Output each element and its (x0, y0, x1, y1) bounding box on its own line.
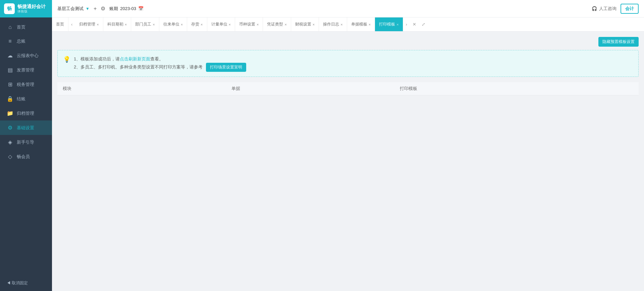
service-button[interactable]: 🎧 人工咨询 (592, 6, 616, 12)
col-header-module: 模块 (57, 82, 226, 95)
tab-close-archive-mgmt[interactable]: × (97, 22, 99, 27)
tab-close-currency[interactable]: × (257, 22, 259, 27)
company-name: 基层工会测试 (57, 6, 84, 12)
tab-print-template[interactable]: 打印模板 × (375, 17, 403, 31)
period-value: 2023-03 (120, 6, 136, 11)
sidebar-item-member[interactable]: ◇ 畅会员 (0, 149, 52, 164)
col-header-template: 打印模板 (394, 82, 639, 95)
settings-icon: ⚙ (7, 125, 13, 131)
content-wrapper: 模块 单据 打印模板 (57, 82, 639, 95)
sidebar-label-general-ledger: 总账 (17, 38, 25, 44)
archive-icon: 📁 (7, 110, 13, 116)
tab-subject-init[interactable]: 科目期初 × (103, 17, 131, 31)
tab-currency[interactable]: 币种设置 × (235, 17, 263, 31)
sidebar-logo: 畅 畅捷通好会计 体验版 (0, 0, 52, 17)
sidebar-item-archive[interactable]: 📁 归档管理 (0, 106, 52, 120)
sidebar-item-home[interactable]: ⌂ 首页 (0, 20, 52, 34)
tab-supplier[interactable]: 往来单位 × (159, 17, 187, 31)
info-line2: 2、多员工、多打印机、多种业务类型设置不同打印方案等，请参考 (74, 64, 203, 69)
tab-nav-next[interactable]: › (403, 17, 410, 31)
info-line1-link[interactable]: 点击刷新新页面 (120, 56, 150, 61)
topbar-company[interactable]: 基层工会测试 ▼ (57, 6, 90, 12)
company-dropdown-icon: ▼ (86, 6, 90, 11)
sidebar-unpin[interactable]: ◀ 取消固定 (0, 275, 52, 291)
sidebar-label-tax: 税务管理 (17, 82, 34, 88)
tab-voucher-type[interactable]: 凭证类型 × (263, 17, 291, 31)
tab-nav-prev[interactable]: ‹ (68, 17, 75, 31)
service-label: 人工咨询 (599, 6, 616, 12)
tab-close-dept-staff[interactable]: × (153, 22, 155, 27)
tabbar: 首页 ‹ 归档管理 × 科目期初 × 部门员工 × 往来单位 × 存货 × 计量… (52, 17, 644, 32)
info-text: 1、模板添加成功后，请点击刷新新页面查看。 2、多员工、多打印机、多种业务类型设… (74, 55, 633, 72)
tab-close-print-template[interactable]: × (396, 22, 398, 27)
tab-inventory[interactable]: 存货 × (187, 17, 207, 31)
home-icon: ⌂ (7, 24, 13, 30)
sidebar-item-tax[interactable]: ⊞ 税务管理 (0, 77, 52, 92)
user-button[interactable]: 会计 (621, 4, 639, 14)
add-company-button[interactable]: + (94, 6, 97, 12)
tab-close-unit[interactable]: × (229, 22, 231, 27)
tab-single-template[interactable]: 单据模板 × (347, 17, 375, 31)
sidebar-item-basic-settings[interactable]: ⚙ 基础设置 (0, 120, 52, 135)
tab-unit[interactable]: 计量单位 × (207, 17, 235, 31)
info-line1-before: 1、模板添加成功后，请 (74, 56, 120, 61)
sidebar-label-reports: 云报表中心 (17, 53, 39, 59)
tab-close-subject-init[interactable]: × (125, 22, 127, 27)
tab-home[interactable]: 首页 (52, 17, 68, 31)
company-settings-icon[interactable]: ⚙ (101, 5, 105, 12)
sidebar-label-archive: 归档管理 (17, 110, 34, 116)
print-template-table: 模块 单据 打印模板 (57, 82, 639, 95)
sidebar-item-closing[interactable]: 🔒 结账 (0, 92, 52, 106)
tab-close-voucher-type[interactable]: × (284, 22, 286, 27)
tab-close-tax-settings[interactable]: × (313, 22, 315, 27)
tab-close-single-template[interactable]: × (369, 22, 371, 27)
sidebar-item-guide[interactable]: ◈ 新手引导 (0, 135, 52, 149)
sidebar-item-general-ledger[interactable]: ≡ 总账 (0, 34, 52, 48)
period-label: 账期 (109, 6, 118, 12)
info-line1-after: 查看。 (150, 56, 163, 61)
guide-icon: ◈ (7, 139, 13, 145)
lock-icon: 🔒 (7, 96, 13, 102)
tab-close-op-log[interactable]: × (340, 22, 342, 27)
tab-close-all-button[interactable]: ✕ (410, 17, 419, 31)
print-scene-btn[interactable]: 打印场景设置宣明 (206, 63, 246, 72)
page-area: 隐藏预置模板设置 💡 1、模板添加成功后，请点击刷新新页面查看。 2、多员工、多… (52, 32, 644, 291)
sidebar-label-invoices: 发票管理 (17, 67, 34, 73)
col-header-document: 单据 (226, 82, 395, 95)
calendar-icon[interactable]: 📅 (138, 6, 144, 11)
sidebar-label-member: 畅会员 (17, 154, 30, 160)
sidebar-label-home: 首页 (17, 24, 25, 30)
logo-icon: 畅 (4, 3, 15, 14)
sidebar: 畅 畅捷通好会计 体验版 ⌂ 首页 ≡ 总账 ☁ 云报表中心 ▤ 发票管理 ⊞ … (0, 0, 52, 291)
info-box: 💡 1、模板添加成功后，请点击刷新新页面查看。 2、多员工、多打印机、多种业务类… (57, 50, 639, 77)
tab-tax-settings[interactable]: 财税设置 × (291, 17, 319, 31)
sidebar-item-invoices[interactable]: ▤ 发票管理 (0, 63, 52, 77)
sidebar-item-reports[interactable]: ☁ 云报表中心 (0, 48, 52, 63)
sidebar-label-basic-settings: 基础设置 (17, 125, 34, 131)
tab-op-log[interactable]: 操作日志 × (319, 17, 347, 31)
member-icon: ◇ (7, 153, 13, 160)
logo-title: 畅捷通好会计 (17, 4, 46, 9)
topbar-right: 🎧 人工咨询 会计 (592, 4, 639, 14)
logo-subtitle: 体验版 (17, 9, 46, 14)
sidebar-label-guide: 新手引导 (17, 139, 34, 145)
tab-archive-mgmt[interactable]: 归档管理 × (75, 17, 103, 31)
ledger-icon: ≡ (7, 38, 13, 44)
tab-close-supplier[interactable]: × (181, 22, 183, 27)
sidebar-nav: ⌂ 首页 ≡ 总账 ☁ 云报表中心 ▤ 发票管理 ⊞ 税务管理 🔒 结账 📁 归… (0, 17, 52, 275)
hide-preview-button[interactable]: 隐藏预置模板设置 (598, 37, 639, 47)
sidebar-label-closing: 结账 (17, 96, 25, 102)
tab-expand-button[interactable]: ⤢ (419, 17, 428, 31)
light-bulb-icon: 💡 (63, 56, 70, 63)
invoice-icon: ▤ (7, 67, 13, 73)
main-content: 基层工会测试 ▼ + ⚙ 账期 2023-03 📅 🎧 人工咨询 会计 首页 ‹… (52, 0, 644, 291)
topbar-period: 账期 2023-03 📅 (109, 6, 144, 12)
cloud-icon: ☁ (7, 52, 13, 59)
topbar: 基层工会测试 ▼ + ⚙ 账期 2023-03 📅 🎧 人工咨询 会计 (52, 0, 644, 17)
tab-dept-staff[interactable]: 部门员工 × (131, 17, 159, 31)
tab-close-inventory[interactable]: × (201, 22, 203, 27)
headset-icon: 🎧 (592, 6, 597, 11)
tax-icon: ⊞ (7, 81, 13, 88)
